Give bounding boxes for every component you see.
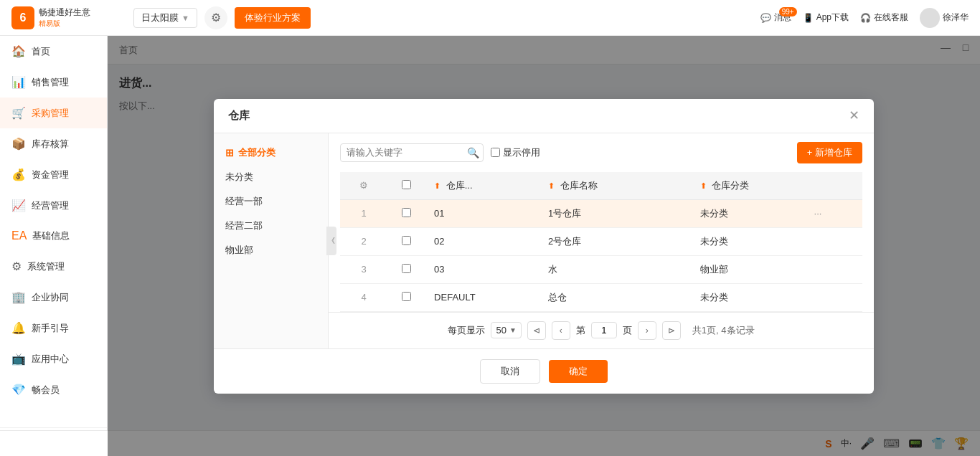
sort-icon-code: ⬆ <box>434 181 440 190</box>
sidebar-item-inventory[interactable]: 📦 库存核算 <box>0 128 107 159</box>
dialog-title: 仓库 <box>228 109 250 123</box>
next-page-btn[interactable]: › <box>638 321 656 340</box>
user-menu[interactable]: 徐泽华 <box>920 8 969 28</box>
dialog-header: 仓库 ✕ <box>214 99 874 133</box>
confirm-btn[interactable]: 确定 <box>549 360 608 383</box>
cell-name: 水 <box>540 255 692 283</box>
cell-name: 1号仓库 <box>540 199 692 227</box>
last-page-btn[interactable]: ⊳ <box>662 321 681 340</box>
page-size-select[interactable]: 50 ▼ <box>491 322 521 338</box>
search-icon: 🔍 <box>467 147 479 158</box>
dropdown-icon: ▼ <box>182 14 189 22</box>
page-size-value: 50 <box>496 325 506 336</box>
row-checkbox[interactable] <box>402 208 411 217</box>
show-disabled-label[interactable]: 显示停用 <box>491 146 540 159</box>
first-page-btn[interactable]: ⊲ <box>527 321 546 340</box>
settings-gear-btn[interactable]: ⚙ <box>204 6 227 29</box>
sidebar-item-guide[interactable]: 🔔 新手引导 <box>0 313 107 343</box>
sales-icon: 📊 <box>11 75 26 89</box>
th-action <box>806 172 862 200</box>
warehouse-dialog: 仓库 ✕ ⊞ 全部分类 未分类 经营一部 经营二部 物业部 <box>214 99 874 394</box>
sidebar-item-purchase[interactable]: 🛒 采购管理 <box>0 98 107 128</box>
cell-check[interactable] <box>387 255 425 283</box>
table-header-row: ⚙ ⬆ 仓库... <box>340 172 862 200</box>
logo-sub: 精易版 <box>39 19 90 29</box>
store-selector[interactable]: 日太阳膜 ▼ <box>133 8 197 28</box>
row-checkbox[interactable] <box>402 236 411 245</box>
trial-btn[interactable]: 体验行业方案 <box>235 7 311 29</box>
data-table: ⚙ ⬆ 仓库... <box>329 172 874 312</box>
headset-icon: 🎧 <box>860 13 871 23</box>
app-download-label: App下载 <box>816 11 849 24</box>
select-all-checkbox[interactable] <box>402 180 411 189</box>
message-btn[interactable]: 💬 消息 99+ <box>760 11 791 24</box>
sidebar-item-ops[interactable]: 📈 经营管理 <box>0 190 107 221</box>
sidebar-label-purchase: 采购管理 <box>32 107 69 120</box>
cancel-btn[interactable]: 取消 <box>480 359 540 384</box>
page-unit: 页 <box>623 324 632 337</box>
collapse-panel-btn[interactable]: 《 <box>326 227 336 255</box>
table-row[interactable]: 2 02 2号仓库 未分类 <box>340 227 862 255</box>
cell-action <box>806 283 862 311</box>
sidebar-item-member[interactable]: 💎 畅会员 <box>0 374 107 405</box>
cell-code: 02 <box>425 227 540 255</box>
sidebar-item-home[interactable]: 🏠 首页 <box>0 36 107 67</box>
category-item-ops2[interactable]: 经营二部 <box>214 214 328 238</box>
sidebar-label-apps: 应用中心 <box>32 353 69 366</box>
th-settings: ⚙ <box>340 172 387 200</box>
category-item-unclassified[interactable]: 未分类 <box>214 165 328 189</box>
cell-name: 总仓 <box>540 283 692 311</box>
cell-action <box>806 255 862 283</box>
table-toolbar: 🔍 显示停用 + 新增仓库 <box>329 133 874 172</box>
sidebar-item-sales[interactable]: 📊 销售管理 <box>0 67 107 98</box>
add-warehouse-btn[interactable]: + 新增仓库 <box>797 142 862 163</box>
sidebar-label-system: 系统管理 <box>27 260 65 273</box>
phone-icon: 📱 <box>803 13 814 23</box>
all-categories-btn[interactable]: ⊞ 全部分类 <box>214 141 328 165</box>
category-item-ops1[interactable]: 经营一部 <box>214 189 328 214</box>
row-checkbox[interactable] <box>402 292 411 301</box>
page-number-input[interactable] <box>591 322 617 338</box>
warehouse-table: ⚙ ⬆ 仓库... <box>340 172 862 312</box>
sidebar-item-corp[interactable]: 🏢 企业协同 <box>0 282 107 313</box>
th-name: ⬆ 仓库名称 <box>540 172 692 200</box>
prev-page-btn[interactable]: ‹ <box>552 321 570 340</box>
sidebar-item-system[interactable]: ⚙ 系统管理 <box>0 251 107 282</box>
search-input[interactable] <box>347 147 467 158</box>
table-row[interactable]: 1 01 1号仓库 未分类 ··· <box>340 199 862 227</box>
sidebar-item-basic[interactable]: EA 基础信息 <box>0 221 107 251</box>
sidebar-label-home: 首页 <box>32 45 50 58</box>
table-panel: 🔍 显示停用 + 新增仓库 <box>329 133 874 348</box>
cell-category: 物业部 <box>692 255 806 283</box>
cell-check[interactable] <box>387 283 425 311</box>
dialog-close-btn[interactable]: ✕ <box>849 109 859 122</box>
logo-text: 畅捷通好生意 精易版 <box>39 6 90 29</box>
search-box: 🔍 <box>340 143 484 162</box>
sidebar-label-ops: 经营管理 <box>32 199 69 212</box>
inventory-icon: 📦 <box>11 137 26 151</box>
row-action-btn[interactable]: ··· <box>814 208 822 219</box>
show-disabled-checkbox[interactable] <box>491 148 500 157</box>
sidebar-item-apps[interactable]: 📺 应用中心 <box>0 343 107 374</box>
sidebar: 🏠 首页 📊 销售管理 🛒 采购管理 📦 库存核算 💰 资金管理 📈 经营管理 … <box>0 36 108 456</box>
app-download-btn[interactable]: 📱 App下载 <box>803 11 849 24</box>
table-row[interactable]: 4 DEFAULT 总仓 未分类 <box>340 283 862 311</box>
cell-action <box>806 227 862 255</box>
row-checkbox[interactable] <box>402 264 411 273</box>
sidebar-item-finance[interactable]: 💰 资金管理 <box>0 159 107 190</box>
sort-icon-cat: ⬆ <box>700 181 707 190</box>
table-row[interactable]: 3 03 水 物业部 <box>340 255 862 283</box>
cell-check[interactable] <box>387 227 425 255</box>
pagination: 每页显示 50 ▼ ⊲ ‹ 第 页 › ⊳ 共1页 <box>329 312 874 348</box>
cell-code: 03 <box>425 255 540 283</box>
guide-icon: 🔔 <box>11 321 26 335</box>
table-body: 1 01 1号仓库 未分类 ··· 2 02 2号仓库 未分类 3 03 水 物… <box>340 199 862 311</box>
online-service-btn[interactable]: 🎧 在线客服 <box>860 11 908 24</box>
page-word: 第 <box>576 324 585 337</box>
purchase-icon: 🛒 <box>11 106 26 120</box>
col-settings-icon[interactable]: ⚙ <box>359 180 368 191</box>
cell-check[interactable] <box>387 199 425 227</box>
cell-index: 1 <box>340 199 387 227</box>
category-item-property[interactable]: 物业部 <box>214 238 328 262</box>
sidebar-label-member: 畅会员 <box>32 384 60 396</box>
